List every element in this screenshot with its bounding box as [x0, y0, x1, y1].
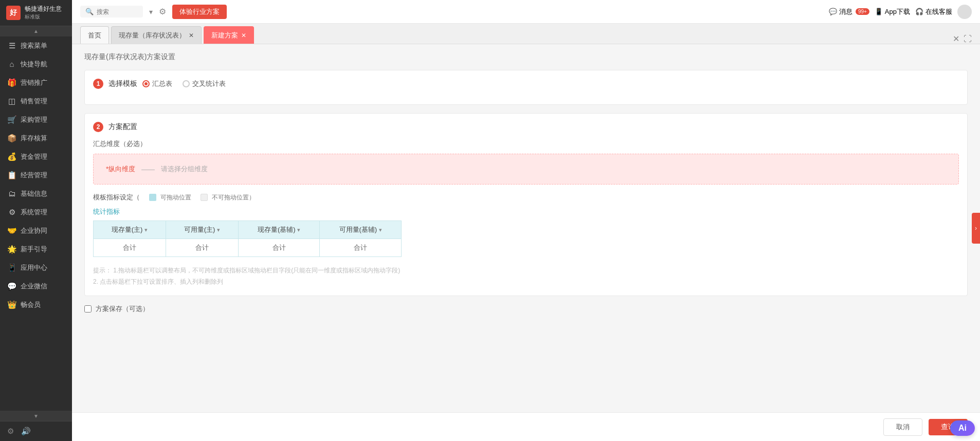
tab-home[interactable]: 首页 [80, 26, 109, 44]
sidebar-item-quick-nav[interactable]: ⌂ 快捷导航 [0, 55, 72, 74]
sidebar-item-purchase[interactable]: 🛒 采购管理 [0, 111, 72, 129]
sidebar-scroll-down[interactable]: ▼ [0, 411, 72, 421]
tab-home-label: 首页 [88, 31, 101, 40]
tab-new-plan-label: 新建方案 [211, 31, 238, 40]
section-2-header: 2 方案配置 [93, 122, 959, 132]
sales-icon: ◫ [7, 97, 16, 106]
content-inner: 现存量(库存状况表)方案设置 1 选择模板 汇总表 交叉统计表 [72, 44, 980, 322]
section-1-card: 1 选择模板 汇总表 交叉统计表 [84, 70, 968, 105]
page-title: 现存量(库存状况表)方案设置 [84, 52, 968, 62]
tabs-bar: 首页 现存量（库存状况表） ✕ 新建方案 ✕ ✕ ⛶ [72, 24, 980, 44]
radio-summary-circle [142, 80, 150, 87]
sidebar-item-wechat[interactable]: 💬 企业微信 [0, 277, 72, 296]
online-service-link[interactable]: 🎧 在线客服 [915, 7, 952, 16]
indicator-label: 模板指标设定（ 可拖动位置 不可拖动位置） [93, 193, 959, 202]
sidebar-scroll-up[interactable]: ▲ [0, 26, 72, 36]
save-checkbox[interactable] [84, 305, 92, 313]
dropdown-icon[interactable]: ▾ [149, 8, 153, 16]
sidebar-item-sales[interactable]: ◫ 销售管理 [0, 92, 72, 111]
save-label: 方案保存（可选） [96, 304, 149, 314]
sidebar-item-label: 经营管理 [21, 171, 47, 180]
col-header-2[interactable]: 可用量(主) ▾ [166, 221, 238, 239]
topbar-right-actions: 💬 消息 99+ 📱 App下载 🎧 在线客服 [829, 5, 972, 19]
col-3-arrow[interactable]: ▾ [297, 227, 300, 233]
purchase-icon: 🛒 [7, 115, 16, 124]
cell-1-4: 合计 [320, 239, 402, 257]
gear-icon[interactable]: ⚙ [159, 7, 166, 16]
headset-icon: 🎧 [915, 8, 923, 15]
search-menu-icon: ☰ [7, 41, 16, 50]
message-badge[interactable]: 💬 消息 99+ [829, 7, 869, 16]
newbie-icon: 🌟 [7, 245, 16, 254]
sidebar: 好 畅捷通好生意 标准版 ▲ ☰ 搜索菜单 ⌂ 快捷导航 🎁 营销推广 ◫ 销售… [0, 0, 72, 441]
col-2-arrow[interactable]: ▾ [217, 227, 220, 233]
table-row-1: 合计 合计 合计 合计 [94, 239, 402, 257]
radio-cross[interactable]: 交叉统计表 [183, 79, 226, 88]
window-expand-icon[interactable]: ⛶ [964, 34, 972, 44]
right-edge-expand[interactable]: › [972, 213, 980, 244]
dim-arrow: —— [141, 166, 155, 173]
cell-1-3: 合计 [238, 239, 320, 257]
ai-badge[interactable]: Ai [950, 420, 975, 436]
sidebar-item-operation[interactable]: 📋 经营管理 [0, 166, 72, 185]
finance-icon: 💰 [7, 152, 16, 161]
user-avatar[interactable] [957, 5, 972, 19]
enterprise-icon: 🤝 [7, 226, 16, 235]
sidebar-item-enterprise[interactable]: 🤝 企业协同 [0, 222, 72, 240]
sidebar-item-label: 企业协同 [21, 226, 47, 235]
sidebar-item-sys-manage[interactable]: ⚙ 系统管理 [0, 203, 72, 222]
sidebar-item-marketing[interactable]: 🎁 营销推广 [0, 74, 72, 92]
sys-manage-icon: ⚙ [7, 208, 16, 217]
sidebar-item-app-center[interactable]: 📱 应用中心 [0, 259, 72, 277]
sidebar-item-label: 库存核算 [21, 134, 47, 143]
tab-inventory-status-label: 现存量（库存状况表） [119, 31, 186, 40]
col-4-arrow[interactable]: ▾ [379, 227, 382, 233]
app-download-link[interactable]: 📱 App下载 [875, 7, 910, 16]
sidebar-logo: 好 畅捷通好生意 标准版 [0, 0, 72, 26]
sidebar-item-newbie[interactable]: 🌟 新手引导 [0, 240, 72, 259]
tab-close-new-plan[interactable]: ✕ [241, 32, 246, 39]
dim-row[interactable]: *纵向维度 —— 请选择分组维度 [93, 154, 959, 185]
content-area: 现存量(库存状况表)方案设置 1 选择模板 汇总表 交叉统计表 [72, 44, 980, 412]
section-1-header: 1 选择模板 汇总表 交叉统计表 [93, 79, 959, 89]
window-close-icon[interactable]: ✕ [953, 34, 959, 44]
app-logo-icon: 好 [6, 6, 21, 20]
search-input[interactable] [97, 8, 138, 15]
radio-summary-label: 汇总表 [152, 79, 172, 88]
dim-field-label: *纵向维度 [106, 164, 135, 174]
tab-close-inventory[interactable]: ✕ [189, 32, 194, 39]
legend-draggable-box [149, 194, 156, 201]
tab-new-plan[interactable]: 新建方案 ✕ [204, 26, 254, 44]
col-header-4[interactable]: 可用量(基辅) ▾ [320, 221, 402, 239]
section-2-card: 2 方案配置 汇总维度（必选） *纵向维度 —— 请选择分组维度 模板指标设定（ [84, 113, 968, 296]
sidebar-item-search-menu[interactable]: ☰ 搜索菜单 [0, 36, 72, 55]
col-header-1[interactable]: 现存量(主) ▾ [94, 221, 166, 239]
sidebar-item-member[interactable]: 👑 畅会员 [0, 296, 72, 314]
message-icon: 💬 [829, 8, 837, 15]
app-center-icon: 📱 [7, 263, 16, 272]
legend-fixed: 不可拖动位置） [201, 193, 255, 202]
col-1-arrow[interactable]: ▾ [144, 227, 148, 233]
window-controls: ✕ ⛶ [953, 34, 972, 44]
legend-fixed-box [201, 194, 208, 201]
sidebar-item-inventory[interactable]: 📦 库存核算 [0, 129, 72, 148]
col-header-3[interactable]: 现存量(基辅) ▾ [238, 221, 320, 239]
cancel-button[interactable]: 取消 [883, 418, 922, 436]
app-name: 畅捷通好生意 [25, 5, 62, 13]
cell-1-1: 合计 [94, 239, 166, 257]
search-box[interactable]: 🔍 [80, 6, 143, 17]
sidebar-item-label: 应用中心 [21, 263, 47, 272]
online-service-label: 在线客服 [925, 7, 952, 16]
app-version: 标准版 [25, 13, 62, 21]
wechat-icon: 💬 [7, 282, 16, 291]
sidebar-item-finance[interactable]: 💰 资金管理 [0, 148, 72, 166]
trial-btn[interactable]: 体验行业方案 [172, 5, 227, 19]
member-icon: 👑 [7, 300, 16, 309]
sidebar-item-basic-info[interactable]: 🗂 基础信息 [0, 185, 72, 203]
settings-icon[interactable]: ⚙ [7, 427, 14, 436]
legend-draggable-label: 可拖动位置 [160, 193, 191, 202]
volume-icon[interactable]: 🔊 [21, 427, 31, 436]
radio-summary[interactable]: 汇总表 [142, 79, 172, 88]
tab-inventory-status[interactable]: 现存量（库存状况表） ✕ [111, 26, 202, 44]
sidebar-item-label: 系统管理 [21, 208, 47, 217]
